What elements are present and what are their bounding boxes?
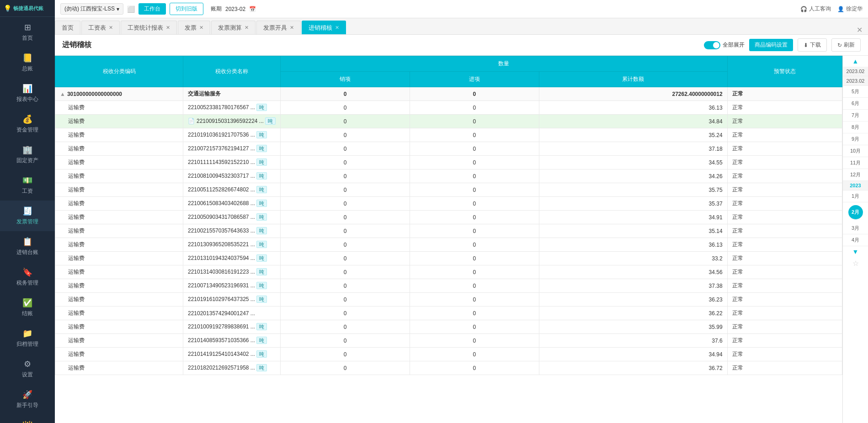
close-icon[interactable]: ✕ [290,25,294,31]
expand-icon[interactable]: ▲ [60,91,65,97]
expand-toggle[interactable] [704,41,720,49]
scroll-up-btn[interactable]: ▲ [843,56,868,67]
user-menu[interactable]: 👤 徐淀华 [837,5,863,13]
sidebar-item-tax-mgmt[interactable]: 🔖 税务管理 [0,262,55,292]
td-sale: 0 [281,156,410,169]
table-row[interactable]: 运输费📄22100915031396592224 ... 吨0034.84正常 [55,115,842,128]
td-sale: 0 [281,265,410,279]
tab-home[interactable]: 首页 [55,21,80,34]
cal-month-4[interactable]: 4月 [843,234,868,246]
tab-invoice-open[interactable]: 发票开具 ✕ [256,21,301,34]
close-icon[interactable]: ✕ [166,25,170,31]
switch-version-btn[interactable]: 切到旧版 [170,3,203,15]
td-sale: 0 [281,197,410,211]
td-status: 正常 [727,238,842,252]
close-icon[interactable]: ✕ [199,25,203,31]
refresh-label: 刷新 [844,41,855,49]
table-row[interactable]: 运输费22101309365208535221 ... 吨0036.13正常 [55,238,842,252]
table-row[interactable]: 运输费22101314030816191223 ... 吨0034.56正常 [55,265,842,279]
assets-icon: 🏢 [22,145,32,155]
close-all-icon[interactable]: ✕ [857,26,863,34]
calendar-icon[interactable]: 📅 [249,6,256,12]
company-selector[interactable]: (勿动) 江西报宝-LSS ▾ [60,3,123,15]
table-row[interactable]: 运输费22100509034317086587 ... 吨0034.91正常 [55,211,842,224]
cal-month-3[interactable]: 3月 [843,222,868,234]
table-row[interactable]: 运输费22101310194324037594 ... 吨0033.2正常 [55,252,842,265]
table-row[interactable]: 运输费22101111143592152210 ... 吨0034.55正常 [55,156,842,169]
cal-month-8[interactable]: 8月 [843,122,868,133]
close-icon[interactable]: ✕ [335,25,339,31]
sidebar-item-membership[interactable]: 👑 畅会员 [0,415,55,423]
cal-month-9[interactable]: 9月 [843,133,868,145]
table-row[interactable]: 运输费22101408593571035366 ... 吨0037.6正常 [55,334,842,348]
tab-invoice-calc-label: 发票测算 [218,24,242,32]
close-icon[interactable]: ✕ [109,25,113,31]
td-cumulative: 35.14 [539,224,727,238]
th-cumulative: 累计数额 [539,72,727,87]
service-btn[interactable]: 🎧 人工客询 [800,5,831,13]
sidebar-item-ledger[interactable]: 📒 总账 [0,48,55,78]
close-icon[interactable]: ✕ [245,25,249,31]
sidebar-item-settlement[interactable]: ✅ 结账 [0,292,55,323]
download-btn[interactable]: ⬇ 下载 [798,38,827,52]
copy-icon[interactable]: ⬜ [127,5,135,13]
td-invoice-no: 22100810094532303717 ... 吨 [183,169,281,183]
table-row[interactable]: 运输费22100713490523196931 ... 吨0037.38正常 [55,279,842,293]
td-sale: 0 [281,183,410,197]
cal-month-1[interactable]: 1月 [843,190,868,202]
cal-month-11[interactable]: 11月 [843,157,868,169]
td-code: 运输费 [55,348,183,361]
tab-payroll-stats[interactable]: 工资统计报表 ✕ [121,21,177,34]
td-invoice-no: 22101419125410143402 ... 吨 [183,348,281,361]
cal-month-10[interactable]: 10月 [843,145,868,157]
table-row[interactable]: 运输费22101910361921707536 ... 吨0035.24正常 [55,128,842,142]
cal-month-5[interactable]: 5月 [843,86,868,98]
table-row[interactable]: 运输费22101419125410143402 ... 吨0034.94正常 [55,348,842,361]
sidebar-item-reports[interactable]: 📊 报表中心 [0,78,55,109]
sidebar-item-assets[interactable]: 🏢 固定资产 [0,139,55,170]
td-cumulative: 33.2 [539,252,727,265]
sidebar-item-archive[interactable]: 📁 归档管理 [0,323,55,354]
table-row[interactable]: 运输费22101820212692571958 ... 吨0036.72正常 [55,361,842,375]
invoice-no-value: 22101820212692571958 ... [188,365,255,371]
sidebar-item-payroll[interactable]: 💵 工资 [0,170,55,201]
cal-month-2[interactable]: 2月 [848,205,863,220]
td-status: 正常 [727,293,842,307]
tab-payroll[interactable]: 工资表 ✕ [81,21,120,34]
tab-invoice-calc[interactable]: 发票测算 ✕ [211,21,256,34]
td-status: 正常 [727,211,842,224]
sidebar-item-capital[interactable]: 💰 资金管理 [0,109,55,139]
table-row[interactable]: 运输费22101916102976437325 ... 吨0036.23正常 [55,293,842,307]
tab-invoice[interactable]: 发票 ✕ [178,21,210,34]
sidebar-item-home[interactable]: ⊞ 首页 [0,17,55,48]
download-icon: ⬇ [804,42,808,48]
table-row[interactable]: ▲301000000000000000交通运输服务0027262.4000000… [55,87,842,101]
sidebar-item-sales-desk[interactable]: 📋 进销台账 [0,231,55,262]
td-cumulative: 37.38 [539,279,727,293]
td-status: 正常 [727,265,842,279]
table-row[interactable]: 运输费22100215570357643633 ... 吨0035.14正常 [55,224,842,238]
refresh-btn[interactable]: ↻ 刷新 [831,38,861,52]
td-sale: 0 [281,320,410,334]
td-name: 交通运输服务 [183,87,281,101]
cal-month-6[interactable]: 6月 [843,98,868,110]
table-row[interactable]: 运输费22100511252826674802 ... 吨0035.75正常 [55,183,842,197]
table-row[interactable]: 运输费22100810094532303717 ... 吨0034.26正常 [55,169,842,183]
table-row[interactable]: 运输费22100721573762194127 ... 吨0037.18正常 [55,142,842,156]
table-row[interactable]: 运输费22100615083403402688 ... 吨0035.37正常 [55,197,842,211]
sidebar-item-invoice-mgmt[interactable]: 🧾 发票管理 [0,201,55,231]
table-row[interactable]: 运输费22101009192789838691 ... 吨0035.99正常 [55,320,842,334]
tab-inout-check[interactable]: 进销稽核 ✕ [302,21,346,34]
scroll-down-btn[interactable]: ▼ [843,246,868,257]
sidebar-item-settings[interactable]: ⚙ 设置 [0,354,55,384]
unit-tag: 吨 [256,254,267,262]
table-row[interactable]: 运输费22100523381780176567 ... 吨0036.13正常 [55,101,842,115]
sidebar-item-guide[interactable]: 🚀 新手引导 [0,384,55,415]
settings-btn[interactable]: 商品编码设置 [749,39,793,51]
sidebar-item-label: 工资 [22,187,33,195]
workspace-btn[interactable]: 工作台 [138,3,166,15]
cal-month-7[interactable]: 7月 [843,110,868,122]
logo-icon: 💡 [4,5,11,12]
cal-month-12[interactable]: 12月 [843,169,868,181]
table-row[interactable]: 运输费22102013574294001247 ...0036.22正常 [55,307,842,320]
